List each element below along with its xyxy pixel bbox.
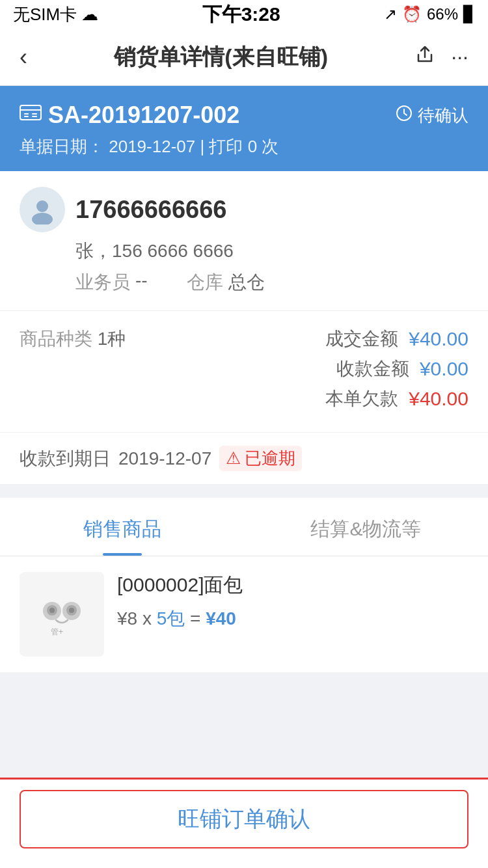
confirm-button-label: 旺铺订单确认 bbox=[178, 804, 310, 834]
due-date-section: 收款到期日 2019-12-07 ⚠ 已逾期 bbox=[0, 433, 488, 485]
svg-text:管+: 管+ bbox=[51, 627, 63, 636]
balance-row: 本单欠款 ¥40.00 bbox=[325, 387, 468, 411]
header-card: SA-20191207-002 待确认 单据日期： 2019-12-07 | 打… bbox=[0, 86, 488, 171]
customer-meta: 业务员 -- 仓库 总仓 bbox=[75, 270, 468, 295]
product-info: [0000002]面包 ¥8 x 5包 = ¥40 bbox=[117, 572, 468, 631]
header-top-row: SA-20191207-002 待确认 bbox=[20, 102, 468, 129]
customer-row: 17666666666 bbox=[20, 187, 468, 232]
summary-left: 商品种类 1种 bbox=[20, 327, 126, 351]
more-icon[interactable]: ··· bbox=[451, 45, 468, 69]
page-title: 销货单详情(来自旺铺) bbox=[114, 42, 328, 72]
transaction-label: 成交金额 bbox=[325, 327, 398, 351]
status-right: ↗ ⏰ 66% ▊ bbox=[384, 5, 475, 23]
svg-point-9 bbox=[69, 608, 74, 613]
price-text: ¥8 x bbox=[117, 608, 157, 629]
tab-settlement[interactable]: 结算&物流等 bbox=[244, 498, 488, 556]
nav-bar: ‹ 销货单详情(来自旺铺) ··· bbox=[0, 29, 488, 86]
salesperson-item: 业务员 -- bbox=[75, 270, 148, 295]
warehouse-value: 总仓 bbox=[228, 270, 265, 295]
type-value: 1种 bbox=[98, 329, 126, 349]
order-status: 待确认 bbox=[396, 104, 468, 127]
customer-name: 张，156 6666 6666 bbox=[75, 239, 468, 264]
summary-section: 商品种类 1种 成交金额 ¥40.00 收款金额 ¥0.00 本单欠款 ¥40.… bbox=[0, 311, 488, 433]
order-icon bbox=[20, 102, 42, 129]
status-time: 下午3:28 bbox=[202, 1, 280, 28]
svg-point-2 bbox=[36, 200, 48, 212]
status-text: 待确认 bbox=[418, 104, 468, 127]
clock-icon bbox=[396, 105, 413, 126]
confirm-button-wrap: 旺铺订单确认 bbox=[0, 778, 488, 868]
nav-actions: ··· bbox=[414, 44, 468, 70]
print-info: | 打印 0 次 bbox=[200, 137, 278, 156]
tab-sales[interactable]: 销售商品 bbox=[0, 498, 244, 556]
due-date-value: 2019-12-07 bbox=[118, 448, 211, 469]
overdue-text: 已逾期 bbox=[245, 447, 295, 470]
tabs-row: 销售商品 结算&物流等 bbox=[0, 498, 488, 556]
overdue-icon: ⚠ bbox=[226, 448, 241, 468]
total-text: ¥40 bbox=[206, 608, 236, 629]
salesperson-label: 业务员 bbox=[75, 270, 130, 295]
overdue-badge: ⚠ 已逾期 bbox=[219, 446, 302, 471]
confirm-order-button[interactable]: 旺铺订单确认 bbox=[20, 790, 468, 848]
quantity-text: 5包 bbox=[157, 608, 185, 629]
order-id-text: SA-20191207-002 bbox=[48, 102, 239, 129]
share-icon[interactable] bbox=[414, 44, 435, 70]
status-bar: 无SIM卡 ☁ 下午3:28 ↗ ⏰ 66% ▊ bbox=[0, 0, 488, 29]
balance-amount: ¥40.00 bbox=[409, 388, 468, 410]
product-section: 管+ [0000002]面包 ¥8 x 5包 = ¥40 bbox=[0, 556, 488, 673]
product-name: [0000002]面包 bbox=[117, 572, 468, 599]
transaction-amount: ¥40.00 bbox=[409, 328, 468, 350]
warehouse-item: 仓库 总仓 bbox=[187, 270, 265, 295]
back-button[interactable]: ‹ bbox=[20, 44, 27, 71]
svg-point-8 bbox=[49, 608, 55, 613]
battery-label: 66% bbox=[427, 5, 458, 23]
product-price: ¥8 x 5包 = ¥40 bbox=[117, 606, 468, 631]
equals-text: = bbox=[185, 608, 206, 629]
order-id-container: SA-20191207-002 bbox=[20, 102, 239, 129]
warehouse-label: 仓库 bbox=[187, 270, 223, 295]
collection-row: 收款金额 ¥0.00 bbox=[325, 357, 468, 381]
customer-section: 17666666666 张，156 6666 6666 业务员 -- 仓库 总仓 bbox=[0, 171, 488, 311]
due-date-label: 收款到期日 bbox=[20, 446, 111, 471]
salesperson-value: -- bbox=[135, 270, 148, 295]
location-icon: ↗ bbox=[384, 5, 397, 23]
product-image: 管+ bbox=[20, 572, 104, 657]
avatar bbox=[20, 187, 65, 232]
tab-settlement-label: 结算&物流等 bbox=[310, 518, 421, 539]
transaction-row: 成交金额 ¥40.00 bbox=[325, 327, 468, 351]
customer-phone: 17666666666 bbox=[75, 196, 226, 224]
status-left: 无SIM卡 ☁ bbox=[13, 3, 98, 26]
summary-right: 成交金额 ¥40.00 收款金额 ¥0.00 本单欠款 ¥40.00 bbox=[325, 327, 468, 416]
collection-amount: ¥0.00 bbox=[420, 358, 468, 380]
date-value: 2019-12-07 bbox=[109, 137, 195, 156]
type-label: 商品种类 bbox=[20, 329, 92, 349]
date-label: 单据日期： bbox=[20, 137, 104, 156]
battery-icon: ▊ bbox=[463, 5, 475, 23]
balance-label: 本单欠款 bbox=[325, 387, 398, 411]
collection-label: 收款金额 bbox=[336, 357, 409, 381]
svg-rect-0 bbox=[20, 105, 41, 120]
alarm-icon: ⏰ bbox=[402, 5, 422, 23]
order-date-row: 单据日期： 2019-12-07 | 打印 0 次 bbox=[20, 135, 468, 158]
svg-point-3 bbox=[32, 213, 53, 224]
tab-sales-label: 销售商品 bbox=[83, 518, 161, 539]
tabs-section: 销售商品 结算&物流等 bbox=[0, 498, 488, 556]
sim-label: 无SIM卡 ☁ bbox=[13, 3, 98, 26]
